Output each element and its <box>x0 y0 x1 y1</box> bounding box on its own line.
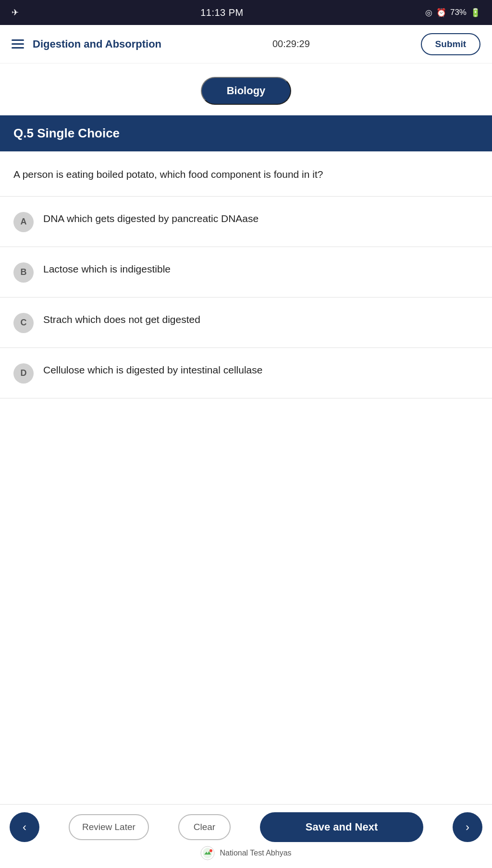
timer-display: 00:29:29 <box>272 38 310 50</box>
battery-text: 73% <box>450 8 467 17</box>
subject-section: Biology <box>0 63 492 115</box>
battery-icon: 🔋 <box>470 8 480 18</box>
svg-point-1 <box>209 849 212 852</box>
header-title: Digestion and Absorption <box>33 38 161 50</box>
prev-button[interactable]: ‹ <box>10 812 39 842</box>
alarm-icon: ⏰ <box>436 8 446 18</box>
location-icon: ◎ <box>425 8 432 18</box>
option-d-circle: D <box>13 363 34 384</box>
option-c-text: Strach which does not get digested <box>43 312 479 328</box>
options-list: A DNA which gets digested by pancreatic … <box>0 197 492 398</box>
nta-brand-text: National Test Abhyas <box>220 849 291 857</box>
option-c-circle: C <box>13 313 34 333</box>
next-button[interactable]: › <box>453 812 482 842</box>
airplane-icon: ✈ <box>12 7 19 18</box>
bottom-nav-row: ‹ Review Later Clear Save and Next › <box>10 812 482 842</box>
option-a[interactable]: A DNA which gets digested by pancreatic … <box>0 197 492 247</box>
status-bar: ✈ 11:13 PM ◎ ⏰ 73% 🔋 <box>0 0 492 25</box>
status-time: 11:13 PM <box>200 7 244 18</box>
nta-logo-icon <box>200 846 215 860</box>
review-later-button[interactable]: Review Later <box>69 814 149 840</box>
option-d-text: Cellulose which is digested by intestina… <box>43 362 479 378</box>
option-a-circle: A <box>13 212 34 232</box>
option-d[interactable]: D Cellulose which is digested by intesti… <box>0 348 492 398</box>
status-indicators: ◎ ⏰ 73% 🔋 <box>425 8 480 18</box>
subject-tag[interactable]: Biology <box>201 77 292 105</box>
clear-button[interactable]: Clear <box>178 814 231 840</box>
option-b[interactable]: B Lactose which is indigestible <box>0 247 492 298</box>
option-b-circle: B <box>13 262 34 283</box>
header-left: Digestion and Absorption <box>12 38 161 50</box>
option-b-text: Lactose which is indigestible <box>43 261 479 277</box>
app-header: Digestion and Absorption 00:29:29 Submit <box>0 25 492 63</box>
content-spacer <box>0 398 492 581</box>
question-text: A person is eating boiled potato, which … <box>0 151 492 197</box>
menu-icon[interactable] <box>12 39 24 49</box>
option-a-text: DNA which gets digested by pancreatic DN… <box>43 211 479 227</box>
bottom-nav: ‹ Review Later Clear Save and Next › Nat… <box>0 804 492 868</box>
footer-brand: National Test Abhyas <box>10 842 482 862</box>
save-next-button[interactable]: Save and Next <box>260 812 423 842</box>
option-c[interactable]: C Strach which does not get digested <box>0 298 492 348</box>
question-label: Q.5 Single Choice <box>13 126 120 140</box>
submit-button[interactable]: Submit <box>421 33 480 55</box>
question-header: Q.5 Single Choice <box>0 115 492 151</box>
